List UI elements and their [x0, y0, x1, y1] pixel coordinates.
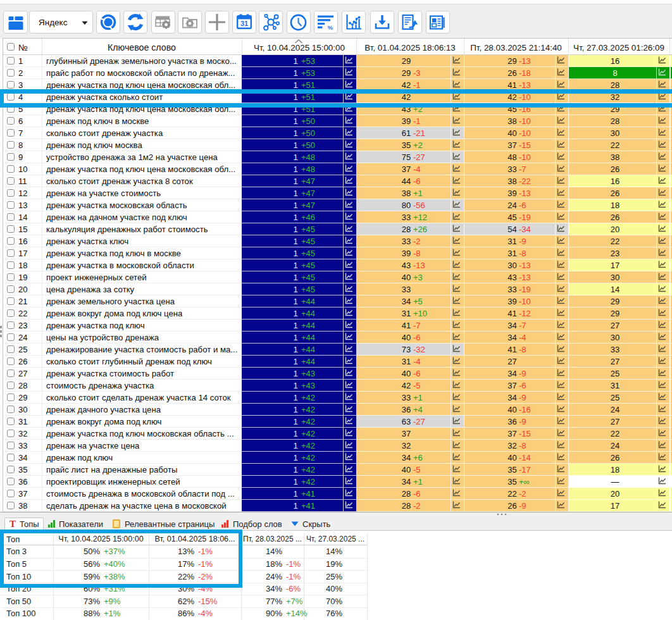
svg-text:31: 31 — [240, 20, 247, 27]
svg-text:%: % — [328, 24, 333, 31]
